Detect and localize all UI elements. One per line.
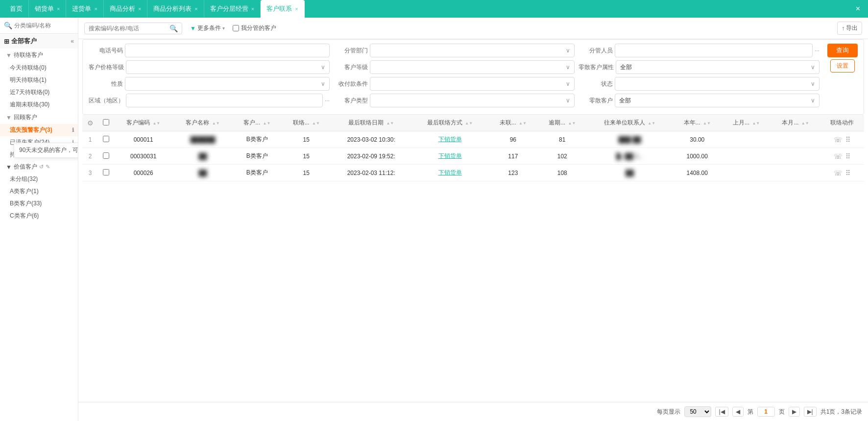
zero-attr-select[interactable]: 全部 ∨ (616, 60, 820, 74)
more-action-icon[interactable]: ⠿ (845, 169, 850, 177)
gender-select[interactable]: ∨ (125, 77, 330, 91)
nav-tab-home[interactable]: 首页 (4, 0, 29, 18)
sort-icon[interactable]: ▲▼ (152, 121, 160, 125)
contact-count: 15 (282, 165, 331, 181)
col-contact-person[interactable]: 往来单位联系人 ▲▼ (587, 115, 673, 131)
sidebar-item-overdue-contact[interactable]: 逾期未联络(30) (0, 99, 78, 111)
zero-retail-select[interactable]: 全部 ∨ (615, 94, 820, 107)
last-contact-method[interactable]: 下销货单 (411, 148, 488, 165)
more-options-icon[interactable]: ··· (815, 47, 820, 54)
row-checkbox[interactable] (103, 136, 109, 142)
sidebar-item-class-c[interactable]: C类客户(6) (0, 210, 78, 222)
search-icon[interactable]: 🔍 (169, 25, 178, 32)
sidebar-search-input[interactable] (14, 22, 78, 29)
manager-select[interactable] (615, 44, 813, 57)
customer-level-select[interactable]: ∨ (370, 60, 575, 74)
status-select[interactable]: ∨ (615, 77, 820, 91)
close-icon[interactable]: × (138, 6, 141, 12)
info-icon[interactable]: ℹ (72, 127, 74, 133)
close-icon[interactable]: × (295, 6, 298, 12)
my-customers-checkbox[interactable]: 我分管的客户 (233, 24, 276, 32)
col-last-month[interactable]: 上月... ▲▼ (722, 115, 771, 131)
window-close-button[interactable]: × (852, 4, 864, 13)
dept-select[interactable]: ∨ (370, 44, 575, 57)
sort-icon[interactable]: ▲▼ (386, 121, 394, 125)
sidebar-item-today-contact[interactable]: 今天待联络(0) (0, 62, 78, 74)
sort-icon[interactable]: ▲▼ (703, 121, 711, 125)
col-last-method[interactable]: 最后联络方式 ▲▼ (411, 115, 488, 131)
col-code[interactable]: 客户编码 ▲▼ (114, 115, 173, 131)
sort-icon[interactable]: ▲▼ (263, 121, 271, 125)
sidebar-item-churn-warning[interactable]: 流失预警客户(3) ℹ (0, 124, 78, 136)
search-input[interactable] (89, 25, 169, 32)
sort-icon[interactable]: ▲▼ (801, 121, 809, 125)
edit-icon[interactable]: ✎ (46, 164, 50, 170)
nav-tab-product-list[interactable]: 商品分析列表 × (147, 0, 204, 18)
settings-button[interactable]: 设置 (830, 59, 855, 73)
page-number-input[interactable] (757, 407, 775, 417)
contact-action-icon[interactable]: ☏ (834, 152, 843, 160)
collapse-button[interactable]: « (71, 38, 74, 45)
col-name[interactable]: 客户名称 ▲▼ (173, 115, 232, 131)
more-action-icon[interactable]: ⠿ (845, 136, 850, 144)
phone-input[interactable] (125, 44, 330, 57)
sort-icon[interactable]: ▲▼ (568, 121, 576, 125)
close-icon[interactable]: × (251, 6, 254, 12)
refresh-icon[interactable]: ↺ (39, 164, 44, 170)
first-page-button[interactable]: |◀ (715, 407, 728, 417)
nav-tab-product-analysis[interactable]: 商品分析 × (104, 0, 147, 18)
more-action-icon[interactable]: ⠿ (845, 152, 850, 160)
export-button[interactable]: ↑ 导出 (837, 22, 862, 35)
prev-page-button[interactable]: ◀ (732, 407, 744, 417)
col-overdue[interactable]: 逾期... ▲▼ (538, 115, 587, 131)
select-all-checkbox[interactable] (103, 119, 109, 125)
value-customers-group[interactable]: ▼ 价值客户 ↺ ✎ (0, 161, 78, 173)
next-page-button[interactable]: ▶ (789, 407, 800, 417)
sort-icon[interactable]: ▲▼ (752, 121, 760, 125)
customer-type-select[interactable]: ∨ (370, 94, 575, 107)
last-page-button[interactable]: ▶| (804, 407, 817, 417)
sort-icon[interactable]: ▲▼ (648, 121, 655, 125)
sidebar-item-tomorrow-contact[interactable]: 明天待联络(1) (0, 74, 78, 86)
nav-tab-customer-segment[interactable]: 客户分层经营 × (204, 0, 261, 18)
col-last-date[interactable]: 最后联络日期 ▲▼ (331, 115, 411, 131)
row-checkbox[interactable] (103, 152, 109, 159)
pending-contact-group[interactable]: ▼ 待联络客户 (0, 49, 78, 62)
close-icon[interactable]: × (57, 6, 60, 12)
churn-group[interactable]: ▼ 回顾客户 (0, 111, 78, 124)
nav-tab-sales[interactable]: 销货单 × (29, 0, 66, 18)
sidebar-item-ungrouped[interactable]: 未分组(32) (0, 173, 78, 185)
region-select[interactable] (126, 94, 323, 107)
nav-tab-purchase[interactable]: 进货单 × (66, 0, 103, 18)
sidebar-item-class-a[interactable]: A类客户(1) (0, 185, 78, 198)
close-icon[interactable]: × (94, 6, 97, 12)
sort-icon[interactable]: ▲▼ (212, 121, 220, 125)
sidebar-item-class-b[interactable]: B类客户(33) (0, 198, 78, 210)
last-contact-method[interactable]: 下销货单 (411, 131, 488, 148)
contact-action-icon[interactable]: ☏ (834, 136, 843, 144)
payment-select[interactable]: ∨ (370, 77, 575, 91)
sort-icon[interactable]: ▲▼ (519, 121, 527, 125)
last-contact-method[interactable]: 下销货单 (411, 165, 488, 181)
col-contact-count[interactable]: 联络... ▲▼ (282, 115, 331, 131)
per-page-select[interactable]: 50 100 200 (684, 406, 711, 417)
nav-tab-customer-contact[interactable]: 客户联系 × (261, 0, 304, 18)
more-options-icon[interactable]: ··· (325, 97, 330, 104)
all-customers-header[interactable]: ⊞ 全部客户 « (0, 34, 78, 49)
query-button[interactable]: 查询 (827, 44, 858, 57)
more-conditions-button[interactable]: ▼ 更多条件 ▾ (186, 22, 229, 34)
my-customers-check[interactable] (233, 25, 239, 31)
col-this-month[interactable]: 本月... ▲▼ (771, 115, 820, 131)
sort-icon[interactable]: ▲▼ (465, 121, 473, 125)
close-icon[interactable]: × (194, 6, 197, 12)
sort-icon[interactable]: ▲▼ (312, 121, 320, 125)
contact-action-icon[interactable]: ☏ (834, 169, 843, 177)
col-customer-type[interactable]: 客户... ▲▼ (233, 115, 282, 131)
col-settings[interactable]: ⚙ (82, 115, 98, 131)
col-not-contacted[interactable]: 未联... ▲▼ (488, 115, 537, 131)
sidebar-item-week-contact[interactable]: 近7天待联络(0) (0, 86, 78, 99)
price-level-select[interactable]: ∨ (126, 60, 330, 74)
settings-icon[interactable]: ⚙ (87, 119, 94, 127)
row-checkbox[interactable] (103, 169, 109, 175)
col-this-year[interactable]: 本年... ▲▼ (673, 115, 722, 131)
